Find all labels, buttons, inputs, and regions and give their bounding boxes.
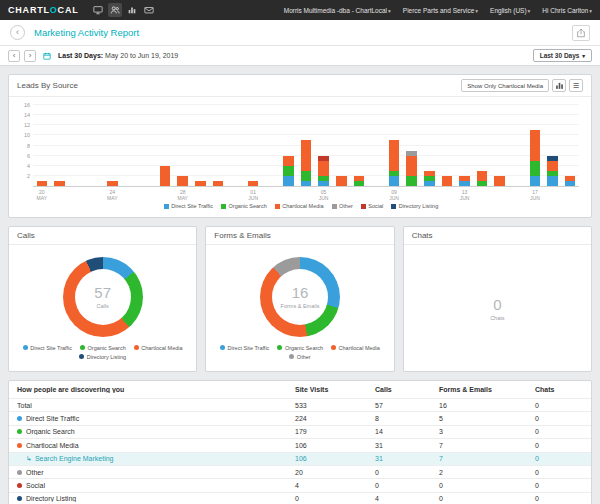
cell-value: 0	[535, 469, 583, 476]
bar-segment	[107, 181, 118, 186]
table-row[interactable]: Direct Site Traffic224850	[9, 411, 591, 424]
forms-total-label: Forms & Emails	[281, 303, 320, 309]
bar	[301, 105, 312, 186]
legend-item: Chartlocal Media	[275, 203, 324, 209]
legend-item: Directory Listing	[391, 203, 438, 209]
chevron-down-icon: ▾	[475, 8, 478, 14]
page-header: ‹ Marketing Activity Report	[0, 20, 600, 46]
list-view-button[interactable]: ☰	[569, 79, 583, 92]
cell-value: 0	[535, 482, 583, 489]
mail-icon[interactable]	[142, 3, 156, 17]
legend-swatch	[164, 204, 169, 209]
source-color-dot	[17, 416, 22, 421]
bar-segment	[547, 161, 558, 171]
table-row[interactable]: Directory Listing0400	[9, 492, 591, 504]
table-row[interactable]: Organic Search1791430	[9, 425, 591, 438]
date-range-text: Last 30 Days: May 20 to Jun 19, 2019	[58, 52, 178, 59]
users-icon[interactable]	[108, 3, 122, 17]
legend-swatch	[361, 204, 366, 209]
account-menu[interactable]: Morris Multimedia -dba - ChartLocal▾	[284, 7, 391, 14]
table-body: Total53357160Direct Site Traffic224850Or…	[9, 398, 591, 504]
legend-swatch	[134, 345, 139, 350]
cell-value: 0	[439, 495, 535, 502]
desktop-icon[interactable]	[91, 3, 105, 17]
source-color-dot	[17, 496, 22, 501]
location-menu-label: Pierce Parts and Service	[403, 7, 475, 14]
bar	[318, 105, 329, 186]
table-row[interactable]: ↳Search Engine Marketing1063170	[9, 452, 591, 465]
next-period-button[interactable]: ›	[24, 50, 36, 62]
export-button[interactable]	[572, 25, 590, 41]
cell-value: 14	[375, 428, 439, 435]
legend-item: Directory Listing	[79, 354, 126, 360]
bar	[37, 105, 48, 186]
cell-value: 31	[375, 455, 439, 462]
row-label: Directory Listing	[17, 495, 295, 502]
bar-segment	[177, 176, 188, 186]
leads-chart: 246810121416 20MAY24MAY28MAY01JUN05JUN09…	[9, 97, 591, 217]
x-tick-label: 20MAY	[37, 189, 47, 202]
column-header-calls: Calls	[375, 386, 439, 393]
bar-segment	[336, 176, 347, 186]
table-header-row: How people are discovering you Site Visi…	[9, 381, 591, 398]
table-row[interactable]: Social4000	[9, 478, 591, 491]
prev-period-button[interactable]: ‹	[8, 50, 20, 62]
bar-segment	[213, 181, 224, 186]
bar	[477, 105, 488, 186]
location-menu[interactable]: Pierce Parts and Service▾	[403, 7, 478, 14]
table-row[interactable]: Other20020	[9, 465, 591, 478]
chats-panel-title: Chats	[412, 231, 433, 240]
language-menu[interactable]: English (US)▾	[490, 7, 530, 14]
bar-segment	[354, 181, 365, 186]
leads-panel-title: Leads By Source	[17, 81, 78, 90]
legend-swatch	[391, 204, 396, 209]
cell-value: 106	[295, 442, 375, 449]
bar-segment	[389, 176, 400, 186]
chart-icon[interactable]	[125, 3, 139, 17]
show-only-chartlocal-button[interactable]: Show Only Chartlocal Media	[461, 79, 549, 92]
cell-value: 533	[295, 402, 375, 409]
page-title: Marketing Activity Report	[34, 27, 139, 38]
legend-item: Organic Search	[277, 345, 323, 351]
chevron-down-icon: ▾	[388, 8, 391, 14]
bar-segment	[37, 181, 48, 186]
cell-value: 4	[295, 482, 375, 489]
y-axis-label: 8	[20, 143, 30, 149]
legend-swatch	[23, 345, 28, 350]
x-tick-label: 01JUN	[248, 189, 258, 202]
sub-row-arrow-icon: ↳	[26, 455, 32, 463]
legend-swatch	[79, 354, 84, 359]
user-menu[interactable]: Hi Chris Carlton▾	[542, 7, 592, 14]
logo-text: CHARTL	[8, 5, 50, 15]
bar	[442, 105, 453, 186]
chart-view-button[interactable]	[552, 79, 566, 92]
chartlocal-logo[interactable]: CHARTLOCAL	[8, 5, 79, 15]
calls-donut: 57 Calls	[63, 257, 143, 337]
bar	[195, 105, 206, 186]
period-dropdown[interactable]: Last 30 Days ▾	[533, 49, 592, 62]
y-axis-label: 12	[20, 122, 30, 128]
bar-segment	[547, 176, 558, 186]
legend-item: Direct Site Traffic	[23, 345, 72, 351]
cell-value: 179	[295, 428, 375, 435]
bar	[459, 105, 470, 186]
cell-value: 4	[375, 495, 439, 502]
bar-segment	[283, 166, 294, 176]
bar-segment	[248, 181, 259, 186]
back-button[interactable]: ‹	[10, 25, 25, 40]
date-range-dates: May 20 to Jun 19, 2019	[105, 52, 178, 59]
table-row[interactable]: Chartlocal Media1063170	[9, 438, 591, 451]
account-menu-label: Morris Multimedia -dba - ChartLocal	[284, 7, 387, 14]
y-axis-label: 16	[20, 102, 30, 108]
date-range-bar: ‹ › Last 30 Days: May 20 to Jun 19, 2019…	[0, 46, 600, 66]
legend-item: Chartlocal Media	[331, 345, 380, 351]
chats-panel-body: 0 Chats	[404, 245, 591, 371]
row-label: Social	[17, 482, 295, 489]
column-header-forms-emails: Forms & Emails	[439, 386, 535, 393]
bar	[248, 105, 259, 186]
forms-donut: 16 Forms & Emails	[260, 257, 340, 337]
cell-value: 0	[375, 482, 439, 489]
forms-donut-center: 16 Forms & Emails	[272, 269, 328, 325]
chevron-down-icon: ▾	[528, 8, 531, 14]
user-menu-label: Hi Chris Carlton	[542, 7, 588, 14]
